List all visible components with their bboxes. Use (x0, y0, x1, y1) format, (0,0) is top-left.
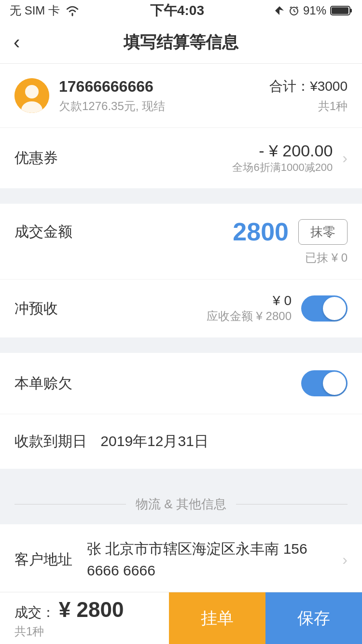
coupon-right: - ¥ 200.00 全场6折满1000减200 › (232, 141, 348, 175)
battery-icon (330, 5, 352, 16)
prepay-values: ¥ 0 应收金额 ¥ 2800 (207, 293, 292, 324)
amount-section: 成交金额 2800 抹零 已抹 ¥ 0 冲预收 ¥ 0 应收金额 ¥ 2800 (0, 204, 362, 337)
status-right: 91% (274, 4, 352, 17)
save-button[interactable]: 保存 (265, 592, 362, 644)
prepay-toggle[interactable] (301, 295, 348, 322)
due-label: 收款到期日 (14, 433, 87, 449)
svg-line-3 (290, 7, 292, 8)
customer-phone: 17666666666 (59, 78, 165, 96)
back-button[interactable]: ‹ (14, 31, 20, 53)
customer-sub: 欠款1276.35元, 现结 (59, 98, 165, 114)
battery-percent: 91% (303, 4, 326, 17)
divider-line-right (236, 504, 348, 504)
amount-right: 2800 抹零 (233, 217, 348, 246)
due-date: 2019年12月31日 (100, 433, 208, 449)
coupon-info: - ¥ 200.00 全场6折满1000减200 (232, 141, 333, 175)
avatar (14, 78, 49, 113)
debt-toggle[interactable] (301, 370, 348, 396)
total-amount: 合计：¥3000 (269, 77, 348, 96)
bottom-amount: ¥ 2800 (59, 598, 124, 621)
coupon-row[interactable]: 优惠券 - ¥ 200.00 全场6折满1000减200 › (0, 127, 362, 188)
alarm-icon (289, 5, 299, 16)
address-chevron-icon: › (342, 551, 348, 569)
divider-line-left (14, 504, 126, 504)
prepay-label: 冲预收 (14, 299, 58, 319)
address-value: 张 北京市市辖区海淀区永丰南 156 6666 6666 (87, 538, 337, 581)
bottom-deal-label: 成交： (14, 605, 55, 620)
amount-value: 2800 (233, 217, 289, 246)
coupon-label: 优惠券 (14, 148, 58, 168)
separator-2 (0, 345, 362, 353)
bottom-bar: 成交： ¥ 2800 共1种 挂单 保存 (0, 592, 362, 644)
prepay-row: 冲预收 ¥ 0 应收金额 ¥ 2800 (0, 279, 362, 337)
debt-label: 本单赊欠 (14, 374, 72, 393)
toggle-knob (323, 297, 346, 320)
customer-total: 合计：¥3000 共1种 (269, 77, 348, 114)
status-time: 下午4:03 (150, 1, 204, 20)
amount-sub: 已抹 ¥ 0 (14, 250, 348, 266)
nav-bar: ‹ 填写结算等信息 (0, 21, 362, 64)
svg-line-4 (296, 7, 298, 8)
amount-main-row: 成交金额 2800 抹零 (14, 217, 348, 246)
separator-3 (0, 476, 362, 484)
debt-row: 本单赊欠 (0, 353, 362, 414)
due-date-row: 收款到期日 2019年12月31日 (0, 414, 362, 469)
hold-button[interactable]: 挂单 (169, 592, 265, 644)
logistics-label: 物流 & 其他信息 (136, 496, 226, 513)
sim-status: 无 SIM 卡 (10, 3, 60, 18)
total-count: 共1种 (269, 98, 348, 114)
svg-rect-7 (350, 9, 352, 13)
amount-label: 成交金额 (14, 222, 72, 242)
coupon-desc: 全场6折满1000减200 (232, 160, 333, 175)
debt-section: 本单赊欠 收款到期日 2019年12月31日 (0, 353, 362, 469)
wifi-icon (65, 5, 80, 16)
debt-toggle-knob (323, 372, 346, 395)
svg-line-2 (294, 11, 295, 12)
address-row[interactable]: 客户地址 张 北京市市辖区海淀区永丰南 156 6666 6666 › (0, 524, 362, 595)
logistics-divider: 物流 & 其他信息 (0, 484, 362, 524)
bottom-summary: 成交： ¥ 2800 共1种 (0, 598, 169, 639)
bottom-count: 共1种 (14, 624, 154, 639)
customer-row: 17666666666 欠款1276.35元, 现结 合计：¥3000 共1种 (0, 64, 362, 127)
address-label: 客户地址 (14, 550, 72, 570)
page-title: 填写结算等信息 (124, 31, 238, 54)
customer-section: 17666666666 欠款1276.35元, 现结 合计：¥3000 共1种 … (0, 64, 362, 188)
prepay-group: ¥ 0 应收金额 ¥ 2800 (207, 293, 348, 324)
location-icon (274, 5, 285, 16)
status-bar: 无 SIM 卡 下午4:03 91% (0, 0, 362, 21)
round-button[interactable]: 抹零 (298, 219, 348, 245)
status-left: 无 SIM 卡 (10, 3, 80, 18)
customer-left: 17666666666 欠款1276.35元, 现结 (14, 78, 165, 114)
address-section: 客户地址 张 北京市市辖区海淀区永丰南 156 6666 6666 › (0, 524, 362, 595)
coupon-amount: - ¥ 200.00 (232, 141, 333, 160)
svg-rect-6 (332, 7, 348, 14)
prepay-sub: 应收金额 ¥ 2800 (207, 308, 292, 324)
deal-amount-row: 成交金额 2800 抹零 已抹 ¥ 0 (0, 204, 362, 279)
bottom-deal-row: 成交： ¥ 2800 (14, 598, 154, 622)
chevron-right-icon: › (342, 149, 348, 167)
customer-info: 17666666666 欠款1276.35元, 现结 (59, 78, 165, 114)
svg-point-9 (25, 85, 39, 98)
prepay-amount: ¥ 0 (207, 293, 292, 308)
separator-1 (0, 196, 362, 204)
